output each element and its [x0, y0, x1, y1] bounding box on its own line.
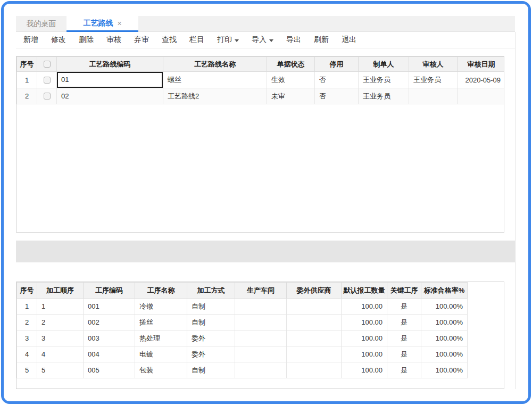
- cell-doc-status[interactable]: 生效: [267, 72, 315, 88]
- tab-my-desktop[interactable]: 我的桌面: [16, 16, 66, 32]
- cell-route-name[interactable]: 螺丝: [163, 72, 267, 88]
- cell-op-name[interactable]: 搓丝: [135, 315, 187, 330]
- cell-default-qty[interactable]: 100.00: [342, 330, 387, 346]
- cell-process-order[interactable]: 2: [37, 315, 84, 330]
- unapprove-button[interactable]: 弃审: [134, 35, 149, 45]
- cell-auditor[interactable]: 王业务员: [409, 72, 458, 88]
- cell-process-order[interactable]: 5: [37, 362, 84, 378]
- cell-op-code[interactable]: 001: [84, 299, 135, 315]
- cell-method[interactable]: 委外: [187, 330, 235, 346]
- cell-default-qty[interactable]: 100.00: [342, 315, 387, 330]
- cell-seq[interactable]: 1: [17, 299, 37, 315]
- select-all-checkbox[interactable]: [44, 61, 51, 68]
- cell-workshop[interactable]: [235, 346, 287, 362]
- cell-workshop[interactable]: [235, 330, 287, 346]
- cell-key-op[interactable]: 是: [387, 362, 421, 378]
- cell-op-name[interactable]: 冷镦: [135, 299, 187, 315]
- table-row: 4 4 004 电镀 委外 100.00 是 100.00%: [17, 346, 504, 362]
- cell-op-code[interactable]: 002: [84, 315, 135, 330]
- cell-seq[interactable]: 3: [17, 330, 37, 346]
- search-button[interactable]: 查找: [162, 35, 177, 45]
- cell-op-name[interactable]: 电镀: [135, 346, 187, 362]
- cell-doc-status[interactable]: 未审: [267, 88, 315, 104]
- header-row: 序号 工艺路线编码 工艺路线名称 单据状态 停用 制单人 审核人 审核日期: [17, 57, 505, 72]
- route-code-edit-cell[interactable]: 01: [57, 72, 163, 88]
- cell-supplier[interactable]: [287, 346, 342, 362]
- cell-op-code[interactable]: 005: [84, 362, 135, 378]
- cell-disabled[interactable]: 否: [315, 72, 359, 88]
- approve-button[interactable]: 审核: [106, 35, 121, 45]
- add-button[interactable]: 新增: [23, 35, 38, 45]
- cell-process-order[interactable]: 3: [37, 330, 84, 346]
- cell-op-name[interactable]: 热处理: [135, 330, 187, 346]
- delete-button[interactable]: 删除: [79, 35, 94, 45]
- cell-pass-rate[interactable]: 100.00%: [421, 362, 468, 378]
- cell-seq[interactable]: 2: [17, 88, 37, 104]
- cell-creator[interactable]: 王业务员: [359, 72, 409, 88]
- cell-audit-date[interactable]: 2020-05-09: [458, 72, 505, 88]
- cell-default-qty[interactable]: 100.00: [342, 346, 387, 362]
- cell-method[interactable]: 委外: [187, 346, 235, 362]
- columns-button[interactable]: 栏目: [189, 35, 204, 45]
- cell-op-name[interactable]: 包装: [135, 362, 187, 378]
- col-pass-rate: 标准合格率%: [421, 283, 468, 299]
- edit-button[interactable]: 修改: [51, 35, 66, 45]
- row-filler: [468, 362, 504, 378]
- cell-method[interactable]: 自制: [187, 299, 235, 315]
- chevron-down-icon: [235, 39, 239, 42]
- cell-default-qty[interactable]: 100.00: [342, 299, 387, 315]
- tab-close-icon[interactable]: ×: [117, 19, 121, 28]
- cell-pass-rate[interactable]: 100.00%: [421, 299, 468, 315]
- cell-pass-rate[interactable]: 100.00%: [421, 330, 468, 346]
- cell-default-qty[interactable]: 100.00: [342, 362, 387, 378]
- cell-pass-rate[interactable]: 100.00%: [421, 346, 468, 362]
- cell-process-order[interactable]: 1: [37, 299, 84, 315]
- cell-method[interactable]: 自制: [187, 315, 235, 330]
- cell-route-code: 01: [57, 72, 163, 88]
- cell-method[interactable]: 自制: [187, 362, 235, 378]
- cell-key-op[interactable]: 是: [387, 299, 421, 315]
- cell-route-code[interactable]: 02: [57, 88, 163, 104]
- exit-button[interactable]: 退出: [342, 35, 356, 45]
- cell-seq[interactable]: 5: [17, 362, 37, 378]
- col-key-op: 关键工序: [387, 283, 421, 299]
- cell-seq[interactable]: 4: [17, 346, 37, 362]
- import-dropdown-button[interactable]: 导入: [252, 35, 273, 45]
- cell-auditor[interactable]: [409, 88, 458, 104]
- tab-label: 工艺路线: [83, 19, 113, 28]
- print-dropdown-button[interactable]: 打印: [217, 35, 239, 45]
- table-row: 1 1 001 冷镦 自制 100.00 是 100.00%: [17, 299, 504, 315]
- cell-workshop[interactable]: [235, 299, 287, 315]
- splitter-bar[interactable]: [16, 241, 515, 262]
- col-creator: 制单人: [359, 57, 409, 72]
- tab-bar: 我的桌面 工艺路线 ×: [16, 16, 515, 32]
- row-filler: [468, 299, 504, 315]
- export-button[interactable]: 导出: [286, 35, 301, 45]
- cell-supplier[interactable]: [287, 362, 342, 378]
- cell-supplier[interactable]: [287, 299, 342, 315]
- cell-key-op[interactable]: 是: [387, 315, 421, 330]
- cell-workshop[interactable]: [235, 315, 287, 330]
- cell-seq[interactable]: 1: [17, 72, 37, 88]
- cell-audit-date[interactable]: [458, 88, 505, 104]
- row-checkbox[interactable]: [44, 93, 51, 100]
- col-auditor: 审核人: [409, 57, 458, 72]
- cell-process-order[interactable]: 4: [37, 346, 84, 362]
- cell-creator[interactable]: 王业务员: [359, 88, 409, 104]
- cell-route-name[interactable]: 工艺路线2: [163, 88, 267, 104]
- table-row: 5 5 005 包装 自制 100.00 是 100.00%: [17, 362, 504, 378]
- cell-pass-rate[interactable]: 100.00%: [421, 315, 468, 330]
- row-checkbox[interactable]: [44, 77, 51, 84]
- tab-process-route[interactable]: 工艺路线 ×: [66, 16, 138, 32]
- cell-supplier[interactable]: [287, 315, 342, 330]
- cell-op-code[interactable]: 003: [84, 330, 135, 346]
- cell-key-op[interactable]: 是: [387, 330, 421, 346]
- chevron-down-icon: [269, 39, 273, 42]
- cell-op-code[interactable]: 004: [84, 346, 135, 362]
- cell-supplier[interactable]: [287, 330, 342, 346]
- cell-disabled[interactable]: 否: [315, 88, 359, 104]
- cell-key-op[interactable]: 是: [387, 346, 421, 362]
- refresh-button[interactable]: 刷新: [314, 35, 329, 45]
- cell-workshop[interactable]: [235, 362, 287, 378]
- cell-seq[interactable]: 2: [17, 315, 37, 330]
